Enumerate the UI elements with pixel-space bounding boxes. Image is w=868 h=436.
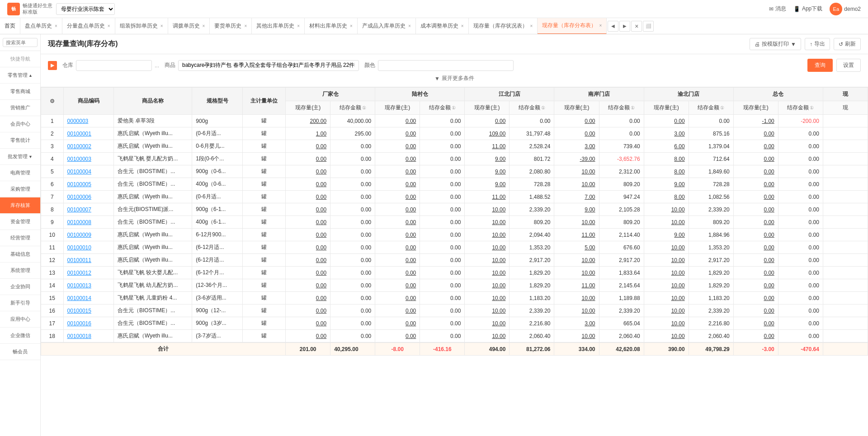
cell-luccun-qty[interactable]: 0.00 — [375, 165, 420, 178]
cell-yubei-qty[interactable]: 10.00 — [644, 254, 689, 267]
sidebar-item-finance[interactable]: 资金管理 — [0, 214, 40, 230]
cell-code[interactable]: 0000003 — [63, 115, 113, 127]
cell-code[interactable]: 00100003 — [63, 153, 113, 165]
cell-yubei-qty[interactable]: 10.00 — [644, 330, 689, 343]
cell-yubei-qty[interactable]: 10.00 — [644, 279, 689, 292]
info-icon-3[interactable]: ① — [541, 105, 545, 110]
cell-nanan-qty[interactable]: 10.00 — [554, 165, 599, 178]
cell-total-qty[interactable]: 0.00 — [733, 317, 778, 330]
cell-nanan-qty[interactable]: -39.00 — [554, 153, 599, 165]
cell-factory-qty[interactable]: 0.00 — [286, 178, 330, 191]
cell-nanan-qty[interactable]: 10.00 — [554, 292, 599, 305]
cell-jiangbei-qty[interactable]: 10.00 — [465, 241, 509, 254]
info-icon-5[interactable]: ① — [720, 105, 724, 110]
table-container[interactable]: ⚙ 商品编码 商品名称 规格型号 主计量单位 厂家仓 陆村仓 江北门店 南岸门店… — [41, 87, 868, 436]
warehouse-dots[interactable]: ... — [155, 62, 159, 69]
tab-close-11[interactable]: × — [599, 23, 602, 28]
cell-nanan-qty[interactable]: 11.00 — [554, 229, 599, 241]
cell-luccun-qty[interactable]: 0.00 — [375, 305, 420, 317]
tab-close-2[interactable]: × — [108, 23, 110, 28]
print-btn[interactable]: 🖨 按模版打印 ▼ — [750, 38, 801, 50]
tab-close-3[interactable]: × — [160, 23, 163, 28]
cell-total-qty[interactable]: 0.00 — [733, 153, 778, 165]
cell-total-qty[interactable]: 0.00 — [733, 241, 778, 254]
cell-factory-qty[interactable]: 0.00 — [286, 317, 330, 330]
cell-jiangbei-qty[interactable]: 9.00 — [465, 153, 509, 165]
tab-8[interactable]: 产成品入库单历史 × — [358, 18, 416, 34]
tab-close-10[interactable]: × — [530, 23, 533, 28]
cell-factory-qty[interactable]: 0.00 — [286, 254, 330, 267]
cell-factory-qty[interactable]: 0.00 — [286, 241, 330, 254]
cell-factory-qty[interactable]: 0.00 — [286, 292, 330, 305]
cell-total-qty[interactable]: -1.00 — [733, 115, 778, 127]
cell-jiangbei-qty[interactable]: 11.00 — [465, 140, 509, 153]
cell-luccun-qty[interactable]: 0.00 — [375, 317, 420, 330]
export-btn[interactable]: ↑ 导出 — [805, 38, 830, 50]
cell-luccun-qty[interactable]: 0.00 — [375, 279, 420, 292]
cell-jiangbei-qty[interactable]: 11.00 — [465, 191, 509, 203]
cell-total-qty[interactable]: 0.00 — [733, 165, 778, 178]
cell-yubei-qty[interactable]: 3.00 — [644, 127, 689, 140]
cell-yubei-qty[interactable]: 10.00 — [644, 203, 689, 216]
cell-total-qty[interactable]: 0.00 — [733, 292, 778, 305]
cell-nanan-qty[interactable]: 10.00 — [554, 305, 599, 317]
cell-jiangbei-qty[interactable]: 10.00 — [465, 203, 509, 216]
cell-code[interactable]: 00100008 — [63, 216, 113, 229]
cell-luccun-qty[interactable]: 0.00 — [375, 292, 420, 305]
cell-yubei-qty[interactable]: 10.00 — [644, 317, 689, 330]
cell-code[interactable]: 00100012 — [63, 267, 113, 279]
tab-prev-btn[interactable]: ◀ — [608, 21, 618, 32]
sidebar-item-apps[interactable]: 应用中心 — [0, 311, 40, 328]
cell-factory-qty[interactable]: 0.00 — [286, 165, 330, 178]
cell-code[interactable]: 00100001 — [63, 127, 113, 140]
tab-5[interactable]: 要货单历史 × — [210, 18, 252, 34]
cell-luccun-qty[interactable]: 0.00 — [375, 153, 420, 165]
cell-factory-qty[interactable]: 0.00 — [286, 203, 330, 216]
cell-nanan-qty[interactable]: 9.00 — [554, 203, 599, 216]
sidebar-item-quicknav[interactable]: 快捷导航 — [0, 51, 40, 67]
cell-luccun-qty[interactable]: 0.00 — [375, 216, 420, 229]
tab-7[interactable]: 材料出库单历史 × — [305, 18, 358, 34]
cell-code[interactable]: 00100004 — [63, 165, 113, 178]
info-icon-1[interactable]: ① — [362, 105, 366, 110]
tab-home[interactable]: 首页 — [0, 18, 20, 34]
cell-total-qty[interactable]: 0.00 — [733, 330, 778, 343]
tab-4[interactable]: 调拨单历史 × — [168, 18, 210, 34]
sidebar-item-retail-mall[interactable]: 零售商城 — [0, 84, 40, 100]
search-input[interactable] — [3, 38, 38, 47]
cell-yubei-qty[interactable]: 0.00 — [644, 115, 689, 127]
sidebar-item-retail-stats[interactable]: 零售统计 — [0, 132, 40, 149]
cell-total-qty[interactable]: 0.00 — [733, 267, 778, 279]
cell-code[interactable]: 00100013 — [63, 279, 113, 292]
info-icon-2[interactable]: ① — [452, 105, 456, 110]
settings-icon[interactable]: ⚙ — [47, 97, 57, 106]
cell-jiangbei-qty[interactable]: 10.00 — [465, 267, 509, 279]
cell-factory-qty[interactable]: 0.00 — [286, 229, 330, 241]
sidebar-item-marketing[interactable]: 营销推广 — [0, 100, 40, 116]
query-button[interactable]: 查询 — [807, 59, 833, 72]
cell-factory-qty[interactable]: 0.00 — [286, 191, 330, 203]
cell-yubei-qty[interactable]: 10.00 — [644, 305, 689, 317]
cell-code[interactable]: 00100010 — [63, 241, 113, 254]
cell-jiangbei-qty[interactable]: 10.00 — [465, 292, 509, 305]
cell-yubei-qty[interactable]: 9.00 — [644, 178, 689, 191]
cell-code[interactable]: 00100014 — [63, 292, 113, 305]
cell-total-qty[interactable]: 0.00 — [733, 178, 778, 191]
cell-factory-qty[interactable]: 200.00 — [286, 115, 330, 127]
cell-total-qty[interactable]: 0.00 — [733, 216, 778, 229]
cell-yubei-qty[interactable]: 10.00 — [644, 292, 689, 305]
cell-factory-qty[interactable]: 1.00 — [286, 127, 330, 140]
cell-jiangbei-qty[interactable]: 9.00 — [465, 165, 509, 178]
sidebar-item-wholesale-mgmt[interactable]: 批发管理 ▼ — [0, 149, 40, 165]
info-icon-4[interactable]: ① — [631, 105, 635, 110]
cell-nanan-qty[interactable]: 10.00 — [554, 330, 599, 343]
sidebar-item-guide[interactable]: 新手引导 — [0, 295, 40, 311]
tab-6[interactable]: 其他出库单历史 × — [252, 18, 305, 34]
cell-luccun-qty[interactable]: 0.00 — [375, 178, 420, 191]
sidebar-item-retail-mgmt[interactable]: 零售管理 ▲ — [0, 67, 40, 84]
cell-yubei-qty[interactable]: 10.00 — [644, 267, 689, 279]
cell-nanan-qty[interactable]: 10.00 — [554, 178, 599, 191]
cell-code[interactable]: 00100018 — [63, 330, 113, 343]
cell-jiangbei-qty[interactable]: 109.00 — [465, 127, 509, 140]
setting-button[interactable]: 设置 — [836, 59, 861, 72]
